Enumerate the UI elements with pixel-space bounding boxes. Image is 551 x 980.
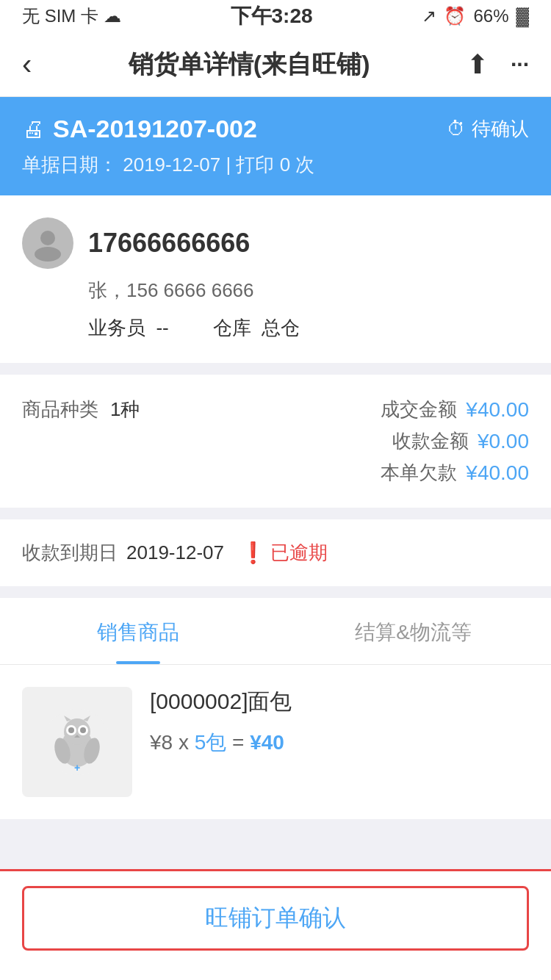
order-icon: 🖨 [22, 117, 44, 142]
alarm-icon: ⏰ [444, 6, 466, 26]
battery-icon: ▓ [516, 6, 529, 26]
category-value: 1种 [110, 397, 140, 422]
overdue-badge: ❗ 已逾期 [240, 540, 328, 566]
due-date-value: 2019-12-07 [126, 541, 224, 564]
summary-left: 商品种类 1种 [22, 397, 140, 422]
order-header: 🖨 SA-20191207-002 ⏱ 待确认 单据日期： 2019-12-07… [0, 97, 551, 195]
location-icon: ↗ [422, 6, 436, 26]
avatar [22, 217, 73, 269]
svg-point-7 [68, 727, 74, 733]
more-button[interactable]: ··· [511, 52, 529, 77]
status-text: 待确认 [472, 116, 529, 142]
nav-bar: ‹ 销货单详情(来自旺铺) ⬆ ··· [0, 32, 551, 97]
status-clock-icon: ⏱ [447, 118, 466, 140]
product-image: + [22, 687, 132, 797]
category-label: 商品种类 [22, 397, 98, 422]
status-right: ↗ ⏰ 66% ▓ [422, 6, 529, 26]
warehouse-field: 仓库 总仓 [213, 315, 300, 341]
amount-value: ¥40.00 [466, 398, 529, 422]
svg-point-1 [35, 247, 61, 262]
svg-point-8 [80, 727, 86, 733]
order-date: 单据日期： 2019-12-07 | 打印 0 次 [22, 152, 529, 178]
customer-meta: 业务员 -- 仓库 总仓 [88, 315, 529, 341]
product-price: ¥8 x 5包 = ¥40 [150, 729, 529, 757]
order-status: ⏱ 待确认 [447, 116, 529, 142]
summary-section: 商品种类 1种 成交金额 ¥40.00 收款金额 ¥0.00 本单欠款 ¥40.… [0, 375, 551, 508]
tab-settlement-logistics[interactable]: 结算&物流等 [276, 598, 551, 664]
product-section: + [0000002]面包 ¥8 x 5包 = ¥40 [0, 665, 551, 819]
customer-name: 张，156 6666 6666 [88, 278, 529, 303]
status-bar: 无 SIM 卡 ☁ 下午3:28 ↗ ⏰ 66% ▓ [0, 0, 551, 32]
overdue-text: 已逾期 [270, 540, 328, 566]
tab-sales-products[interactable]: 销售商品 [0, 598, 276, 664]
battery-level: 66% [473, 6, 508, 26]
tabs-bar: 销售商品 结算&物流等 [0, 598, 551, 665]
owed-value: ¥40.00 [466, 461, 529, 485]
salesperson-field: 业务员 -- [88, 315, 169, 341]
nav-actions: ⬆ ··· [467, 49, 529, 80]
svg-point-0 [40, 231, 55, 245]
svg-text:+: + [74, 762, 80, 774]
received-label: 收款金额 [392, 428, 469, 454]
due-label: 收款到期日 [22, 540, 118, 566]
overdue-icon: ❗ [240, 541, 266, 565]
status-left: 无 SIM 卡 ☁ [22, 4, 121, 28]
owed-label: 本单欠款 [381, 460, 457, 486]
customer-phone: 17666666666 [88, 228, 250, 259]
amount-label: 成交金额 [381, 397, 457, 422]
back-button[interactable]: ‹ [22, 48, 32, 81]
received-value: ¥0.00 [478, 430, 529, 453]
order-id: SA-20191207-002 [53, 115, 257, 143]
due-date-section: 收款到期日 2019-12-07 ❗ 已逾期 [0, 519, 551, 586]
product-item: + [0000002]面包 ¥8 x 5包 = ¥40 [22, 687, 529, 797]
product-name: [0000002]面包 [150, 687, 529, 717]
page-title: 销货单详情(来自旺铺) [129, 48, 370, 82]
sim-status: 无 SIM 卡 ☁ [22, 4, 121, 28]
product-info: [0000002]面包 ¥8 x 5包 = ¥40 [150, 687, 529, 757]
customer-section: 17666666666 张，156 6666 6666 业务员 -- 仓库 总仓 [0, 195, 551, 363]
share-button[interactable]: ⬆ [467, 49, 489, 80]
status-time: 下午3:28 [231, 2, 313, 30]
bottom-bar: 旺铺订单确认 [0, 869, 551, 980]
confirm-order-button[interactable]: 旺铺订单确认 [22, 886, 529, 951]
summary-right: 成交金额 ¥40.00 收款金额 ¥0.00 本单欠款 ¥40.00 [381, 397, 529, 486]
